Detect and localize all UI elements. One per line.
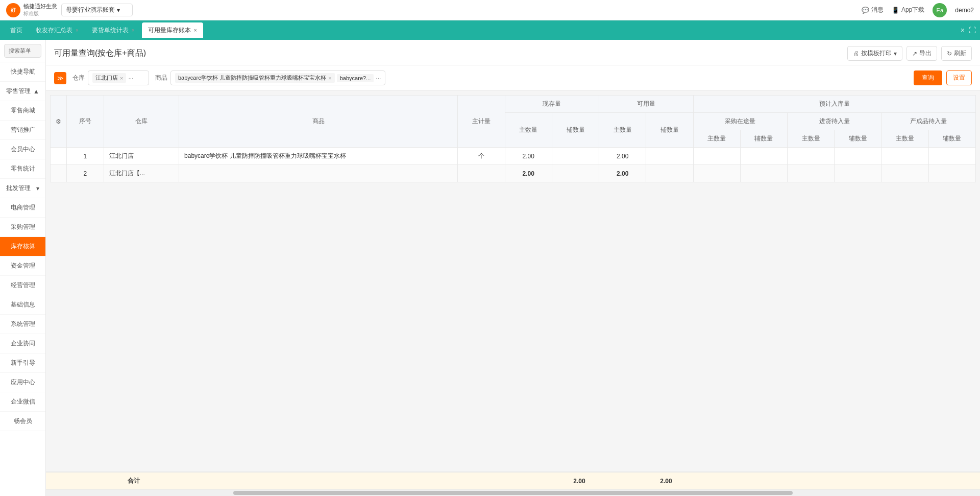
sidebar-item-ecommerce-mgmt[interactable]: 电商管理 bbox=[0, 198, 45, 218]
footer-available-main: 2.00 bbox=[643, 478, 689, 485]
tab-available-stock-close[interactable]: × bbox=[194, 28, 197, 33]
sidebar-item-enterprise-wechat[interactable]: 企业微信 bbox=[0, 392, 45, 412]
th-unit: 主计量 bbox=[458, 96, 505, 148]
sidebar-item-new-guide[interactable]: 新手引导 bbox=[0, 353, 45, 373]
query-button[interactable]: 查询 bbox=[914, 70, 942, 85]
product-filter-input[interactable]: babycare学饮杯 儿童防摔防撞吸管杯重力球吸嘴杯宝宝水杯 × babyca… bbox=[170, 70, 385, 85]
product-filter-more[interactable]: ··· bbox=[376, 75, 381, 82]
td-available-main: 2.00 bbox=[599, 165, 646, 182]
tab-available-stock[interactable]: 可用量库存账本 × bbox=[142, 22, 203, 38]
td-warehouse: 江北门店 bbox=[104, 148, 179, 165]
refresh-button[interactable]: ↻ 刷新 bbox=[941, 46, 972, 61]
refresh-icon: ↻ bbox=[947, 50, 952, 57]
th-incoming-main: 主数量 bbox=[788, 130, 835, 148]
sidebar-search-button[interactable]: 搜索菜单 bbox=[4, 44, 41, 58]
scroll-bar-area[interactable] bbox=[46, 490, 980, 496]
footer-stock-main: 2.00 bbox=[556, 478, 602, 485]
sidebar-item-system-mgmt[interactable]: 系统管理 bbox=[0, 315, 45, 334]
th-stock-aux: 辅数量 bbox=[552, 113, 599, 148]
filter-toggle-button[interactable]: ≫ bbox=[54, 72, 66, 84]
sidebar-item-vip-member[interactable]: 畅会员 bbox=[0, 412, 45, 431]
th-settings[interactable]: ⚙ bbox=[51, 96, 67, 148]
warehouse-tag-text: 江北门店 bbox=[95, 74, 118, 82]
th-stock-group: 现存量 bbox=[505, 96, 599, 113]
warehouse-filter-more[interactable]: ··· bbox=[128, 75, 133, 82]
th-row-num: 序号 bbox=[67, 96, 104, 148]
td-settings bbox=[51, 148, 67, 165]
tab-available-stock-label: 可用量库存账本 bbox=[148, 26, 191, 35]
sidebar-item-retail-mall[interactable]: 零售商城 bbox=[0, 101, 45, 121]
tab-receivable[interactable]: 收发存汇总表 × bbox=[30, 22, 85, 38]
td-purchase-main bbox=[693, 165, 740, 182]
td-stock-aux bbox=[552, 165, 599, 182]
sidebar-item-basic-info[interactable]: 基础信息 bbox=[0, 295, 45, 315]
th-production-aux: 辅数量 bbox=[928, 130, 975, 148]
td-available-aux bbox=[646, 148, 693, 165]
tab-fullscreen-icon[interactable]: ⛶ bbox=[969, 26, 976, 34]
td-row-num: 2 bbox=[67, 165, 104, 182]
td-settings bbox=[51, 165, 67, 182]
filter-actions: 查询 设置 bbox=[914, 70, 972, 85]
sidebar-item-operations-mgmt[interactable]: 经营管理 bbox=[0, 276, 45, 295]
app-download-button[interactable]: 📱 App下载 bbox=[892, 6, 924, 14]
sidebar-item-quick-nav[interactable]: 快捷导航 bbox=[0, 62, 45, 82]
td-available-aux bbox=[646, 165, 693, 182]
th-incoming-pending-group: 进货待入量 bbox=[788, 113, 881, 130]
sidebar-item-app-center[interactable]: 应用中心 bbox=[0, 373, 45, 392]
td-production-main bbox=[881, 165, 928, 182]
td-purchase-aux bbox=[740, 165, 787, 182]
retail-mgmt-label: 零售管理 bbox=[6, 87, 31, 96]
user-name[interactable]: demo2 bbox=[955, 7, 974, 14]
settings-button[interactable]: 设置 bbox=[946, 70, 972, 85]
sidebar-item-inventory-check[interactable]: 库存核算 bbox=[0, 237, 45, 256]
print-button[interactable]: 🖨 按模板打印 ▾ bbox=[847, 46, 902, 61]
industry-label: 母婴行业演示账套 bbox=[66, 6, 115, 14]
sidebar-item-wholesale-mgmt[interactable]: 批发管理 ▾ bbox=[0, 179, 45, 198]
warehouse-filter-label: 仓库 bbox=[72, 74, 85, 82]
message-button[interactable]: 💬 消息 bbox=[862, 6, 884, 14]
td-incoming-aux bbox=[835, 148, 881, 165]
top-bar-right: 💬 消息 📱 App下载 Ea demo2 bbox=[862, 3, 974, 17]
table-footer: 合计 2.00 2.00 bbox=[46, 471, 980, 490]
sidebar-item-marketing[interactable]: 营销推广 bbox=[0, 121, 45, 140]
th-production-pending-group: 产成品待入量 bbox=[881, 113, 976, 130]
tab-close-all-icon[interactable]: × bbox=[961, 26, 965, 34]
sidebar-item-finance-mgmt[interactable]: 资金管理 bbox=[0, 256, 45, 276]
scroll-bar-thumb[interactable] bbox=[233, 491, 793, 495]
th-incoming-aux: 辅数量 bbox=[835, 130, 881, 148]
tab-receivable-close[interactable]: × bbox=[76, 28, 79, 33]
filter-bar: ≫ 仓库 江北门店 × ··· 商品 babycare学饮杯 儿童防摔防撞吸管杯… bbox=[46, 65, 980, 91]
tab-home[interactable]: 首页 bbox=[4, 22, 29, 38]
export-button[interactable]: ↗ 导出 bbox=[906, 46, 937, 61]
td-stock-main: 2.00 bbox=[505, 165, 552, 182]
product-tag-2: babycare?... bbox=[337, 74, 374, 82]
tab-order-stats-close[interactable]: × bbox=[132, 28, 135, 33]
top-bar-left: 好 畅捷通好生意 标准版 母婴行业演示账套 ▾ bbox=[6, 3, 133, 17]
tab-order-stats-label: 要货单统计表 bbox=[92, 26, 129, 35]
logo-text: 畅捷通好生意 bbox=[23, 3, 57, 10]
tab-bar: 首页 收发存汇总表 × 要货单统计表 × 可用量库存账本 × × ⛶ bbox=[0, 20, 980, 40]
sidebar-item-enterprise-collab[interactable]: 企业协同 bbox=[0, 334, 45, 353]
industry-select[interactable]: 母婴行业演示账套 ▾ bbox=[61, 4, 133, 16]
sidebar-item-retail-stats[interactable]: 零售统计 bbox=[0, 159, 45, 179]
expand-icon: ≫ bbox=[57, 75, 64, 82]
td-product bbox=[179, 165, 458, 182]
th-product: 商品 bbox=[179, 96, 458, 148]
td-stock-main: 2.00 bbox=[505, 148, 552, 165]
sidebar-item-member-center[interactable]: 会员中心 bbox=[0, 140, 45, 159]
product-filter-field: 商品 babycare学饮杯 儿童防摔防撞吸管杯重力球吸嘴杯宝宝水杯 × bab… bbox=[155, 70, 385, 85]
sidebar-item-retail-mgmt[interactable]: 零售管理 ▲ bbox=[0, 82, 45, 101]
page-actions: 🖨 按模板打印 ▾ ↗ 导出 ↻ 刷新 bbox=[847, 46, 972, 61]
td-row-num: 1 bbox=[67, 148, 104, 165]
warehouse-filter-input[interactable]: 江北门店 × ··· bbox=[88, 70, 149, 85]
sidebar-item-purchase-mgmt[interactable]: 采购管理 bbox=[0, 218, 45, 237]
refresh-label: 刷新 bbox=[954, 49, 966, 58]
message-icon: 💬 bbox=[862, 7, 869, 14]
warehouse-tag-remove[interactable]: × bbox=[120, 75, 123, 81]
product-tag-1-remove[interactable]: × bbox=[328, 75, 331, 81]
tab-order-stats[interactable]: 要货单统计表 × bbox=[86, 22, 141, 38]
td-purchase-aux bbox=[740, 148, 787, 165]
user-avatar[interactable]: Ea bbox=[933, 3, 947, 17]
logo-icon: 好 bbox=[6, 3, 20, 17]
td-production-aux bbox=[928, 148, 975, 165]
